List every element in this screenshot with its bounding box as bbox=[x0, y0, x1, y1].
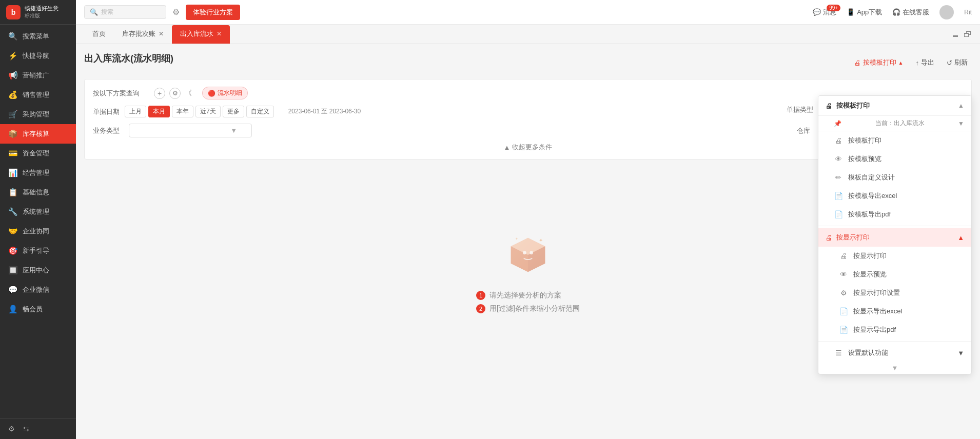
sidebar-item-quick-nav[interactable]: ⚡ 快捷导航 bbox=[0, 46, 76, 66]
quick-nav-icon: ⚡ bbox=[8, 51, 17, 61]
page-content-area: 出入库流水(流水明细) 🖨 按模板打印 ▲ ↑ 导出 ↺ 刷新 bbox=[76, 44, 980, 439]
sidebar-item-purchase[interactable]: 🛒 采购管理 bbox=[0, 105, 76, 124]
sidebar-item-marketing[interactable]: 📢 营销推广 bbox=[0, 66, 76, 85]
purchase-icon: 🛒 bbox=[8, 110, 17, 119]
user-avatar[interactable] bbox=[939, 5, 954, 19]
dropdown-current: 📌 当前：出入库流水 ▼ bbox=[818, 116, 971, 131]
tab-bar: 首页 库存批次账 ✕ 出入库流水 ✕ 🗕 🗗 bbox=[76, 25, 980, 44]
message-btn[interactable]: 💬 消息 99+ bbox=[813, 8, 836, 17]
sidebar-item-collab[interactable]: 🤝 企业协同 bbox=[0, 222, 76, 241]
search-icon-top: 🔍 bbox=[90, 8, 98, 16]
app-center-icon: 🔲 bbox=[8, 266, 17, 275]
display-excel-icon: 📄 bbox=[839, 307, 848, 315]
filter-label: 按以下方案查询 bbox=[93, 89, 140, 98]
filter-collapse-btn[interactable]: 《 bbox=[185, 89, 192, 98]
empty-step-1: 1 请先选择要分析的方案 bbox=[476, 291, 580, 300]
sidebar-item-system[interactable]: 🔧 系统管理 bbox=[0, 202, 76, 222]
page-title: 出入库流水(流水明细) bbox=[84, 52, 173, 65]
dropdown-item-display-excel[interactable]: 📄 按显示导出excel bbox=[818, 302, 971, 321]
tabs-right-actions: 🗕 🗗 bbox=[951, 30, 972, 39]
search-placeholder: 搜索 bbox=[101, 8, 113, 16]
date-tab-more[interactable]: 更多 bbox=[223, 106, 244, 117]
print-template-btn[interactable]: 🖨 按模板打印 ▲ bbox=[850, 56, 908, 69]
date-tab-this-year[interactable]: 本年 bbox=[172, 106, 193, 117]
refresh-btn[interactable]: ↺ 刷新 bbox=[943, 56, 972, 69]
sales-icon: 💰 bbox=[8, 90, 17, 99]
sidebar-item-basic[interactable]: 📋 基础信息 bbox=[0, 183, 76, 202]
sidebar-item-inventory[interactable]: 📦 库存核算 bbox=[0, 124, 76, 144]
collapse-sidebar-icon[interactable]: ⇆ bbox=[23, 425, 29, 433]
dropdown-item-template-print[interactable]: 🖨 按模板打印 bbox=[818, 131, 971, 150]
tab-minimize-btn[interactable]: 🗕 bbox=[951, 30, 959, 39]
export-icon: ↑ bbox=[916, 59, 919, 67]
display-section-arrow-icon: ▲ bbox=[957, 234, 964, 242]
step-2-num: 2 bbox=[476, 304, 485, 313]
app-download-btn[interactable]: 📱 App下载 bbox=[847, 8, 882, 17]
sidebar-item-sales[interactable]: 💰 销售管理 bbox=[0, 85, 76, 105]
dropdown-collapse-icon[interactable]: ▲ bbox=[958, 102, 964, 109]
filter-gear-btn[interactable]: ⚙ bbox=[169, 88, 181, 99]
logo-icon: b bbox=[6, 5, 21, 19]
empty-steps-list: 1 请先选择要分析的方案 2 用[过滤]条件来缩小分析范围 bbox=[476, 291, 580, 317]
current-arrow-icon: ▼ bbox=[958, 120, 964, 127]
tab-current-close[interactable]: ✕ bbox=[217, 30, 222, 37]
dropdown-header: 🖨 按模板打印 ▲ bbox=[818, 96, 971, 116]
dropdown-item-display-preview[interactable]: 👁 按显示预览 bbox=[818, 265, 971, 284]
tab-batch-close[interactable]: ✕ bbox=[159, 30, 164, 37]
system-icon: 🔧 bbox=[8, 207, 17, 216]
industry-btn[interactable]: 体验行业方案 bbox=[186, 5, 240, 20]
template-print-icon: 🖨 bbox=[834, 136, 843, 145]
inventory-icon: 📦 bbox=[8, 129, 17, 138]
dropdown-item-template-custom[interactable]: ✏ 模板自定义设计 bbox=[818, 168, 971, 187]
sidebar-item-app-center[interactable]: 🔲 应用中心 bbox=[0, 261, 76, 280]
dropdown-item-display-print[interactable]: 🖨 按显示打印 bbox=[818, 247, 971, 265]
date-tab-last-month[interactable]: 上月 bbox=[125, 106, 146, 117]
svg-text:✦: ✦ bbox=[539, 237, 543, 243]
topbar-gear-icon[interactable]: ⚙ bbox=[172, 7, 180, 17]
business-type-select[interactable]: ▼ bbox=[129, 124, 252, 137]
template-pdf-icon: 📄 bbox=[834, 210, 843, 218]
tab-batch[interactable]: 库存批次账 ✕ bbox=[114, 25, 172, 44]
dropdown-item-display-print-settings[interactable]: ⚙ 按显示打印设置 bbox=[818, 284, 971, 302]
date-tab-this-month[interactable]: 本月 bbox=[148, 106, 170, 117]
tab-current[interactable]: 出入库流水 ✕ bbox=[172, 25, 230, 44]
filter-tag-label: 流水明细 bbox=[218, 89, 242, 97]
date-tab-7-days[interactable]: 近7天 bbox=[195, 106, 221, 117]
svg-point-4 bbox=[523, 251, 526, 255]
date-tab-custom[interactable]: 自定义 bbox=[246, 106, 274, 117]
sidebar-item-finance[interactable]: 💳 资金管理 bbox=[0, 144, 76, 163]
dropdown-item-template-pdf[interactable]: 📄 按模板导出pdf bbox=[818, 205, 971, 224]
sidebar-item-guide[interactable]: 🎯 新手引导 bbox=[0, 241, 76, 261]
tab-home[interactable]: 首页 bbox=[84, 25, 114, 44]
online-service-btn[interactable]: 🎧 在线客服 bbox=[892, 8, 929, 17]
guide-icon: 🎯 bbox=[8, 246, 17, 255]
export-btn[interactable]: ↑ 导出 bbox=[912, 56, 939, 69]
dropdown-item-template-excel[interactable]: 📄 按模板导出excel bbox=[818, 187, 971, 205]
dropdown-item-template-preview[interactable]: 👁 按模板预览 bbox=[818, 150, 971, 168]
topbar-search[interactable]: 🔍 搜索 bbox=[84, 5, 166, 19]
display-settings-icon: ⚙ bbox=[839, 289, 848, 297]
tab-maximize-btn[interactable]: 🗗 bbox=[964, 30, 972, 39]
dropdown-item-default[interactable]: ☰ 设置默认功能 ▼ bbox=[818, 344, 971, 362]
template-excel-icon: 📄 bbox=[834, 192, 843, 200]
dropdown-item-display-pdf[interactable]: 📄 按显示导出pdf bbox=[818, 321, 971, 339]
settings-bottom-icon[interactable]: ⚙ bbox=[8, 425, 15, 433]
print-icon-header: 🖨 bbox=[826, 102, 832, 110]
default-arrow-icon: ▼ bbox=[957, 349, 964, 357]
marketing-icon: 📢 bbox=[8, 71, 17, 80]
sidebar-item-search[interactable]: 🔍 搜索菜单 bbox=[0, 27, 76, 46]
display-section-header[interactable]: 🖨 按显示打印 ▲ bbox=[818, 228, 971, 247]
dropdown-scroll-btn[interactable]: ▼ bbox=[818, 362, 971, 374]
business-type-group: 业务类型 ▼ bbox=[93, 124, 252, 137]
display-preview-icon: 👁 bbox=[839, 270, 848, 278]
filter-tag-icon: 🔴 bbox=[208, 90, 215, 97]
filter-add-btn[interactable]: + bbox=[154, 88, 165, 99]
sidebar-item-member[interactable]: 👤 畅会员 bbox=[0, 300, 76, 319]
app-version: 标准版 bbox=[25, 12, 58, 19]
sidebar-item-wechat[interactable]: 💬 企业微信 bbox=[0, 280, 76, 300]
voucher-type-label: 单据类型 bbox=[787, 106, 813, 113]
print-dropdown-panel: 🖨 按模板打印 ▲ 📌 当前：出入库流水 ▼ 🖨 按模板打印 👁 按模板预览 bbox=[818, 95, 972, 374]
sidebar: b 畅捷通好生意 标准版 🔍 搜索菜单 ⚡ 快捷导航 📢 营销推广 💰 销售管理… bbox=[0, 0, 76, 439]
sidebar-item-operations[interactable]: 📊 经营管理 bbox=[0, 163, 76, 183]
display-pdf-icon: 📄 bbox=[839, 326, 848, 334]
